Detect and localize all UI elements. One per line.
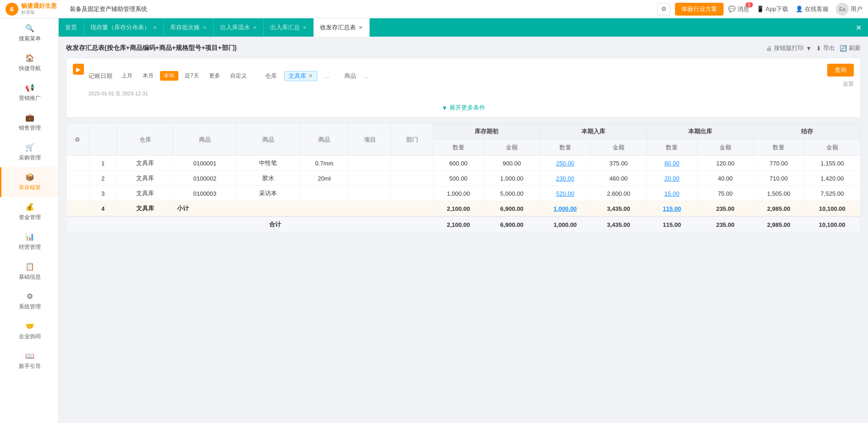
sidebar-item-purchase[interactable]: 🛒 采购管理	[0, 137, 58, 167]
sidebar-label-marketing: 营销推广	[19, 94, 41, 102]
date-btn-this-year[interactable]: 本年	[160, 71, 178, 81]
experience-button[interactable]: 体验行业方案	[675, 3, 724, 16]
online-service-button[interactable]: 👤 在线客服	[796, 5, 829, 13]
sidebar-item-collab[interactable]: 🤝 企业协同	[0, 316, 58, 346]
sidebar-item-system[interactable]: ⚙ 系统管理	[0, 286, 58, 316]
sidebar-label-sales: 销售管理	[19, 124, 41, 132]
setting-link[interactable]: 设置	[843, 80, 854, 88]
row2-balance-amt: 1,420.00	[804, 171, 860, 186]
tab-home[interactable]: 首页	[59, 18, 84, 37]
row2-project	[349, 171, 391, 186]
footer-opening-qty: 2,100.00	[433, 216, 484, 232]
date-btn-custom[interactable]: 自定义	[227, 71, 250, 81]
footer-out-amt: 235.00	[697, 216, 754, 232]
sidebar-item-quick-nav[interactable]: 🏠 快捷导航	[0, 48, 58, 78]
sidebar-item-search[interactable]: 🔍 搜索菜单	[0, 18, 58, 48]
tab-inout-summary-close[interactable]: ✕	[303, 25, 307, 31]
settings-button[interactable]: ⚙	[658, 3, 670, 16]
table-row: 1 文具库 0100001 中性笔 0.7mm 600.00 900.00 25…	[66, 156, 860, 171]
row2-dept	[391, 171, 433, 186]
sidebar-item-operations[interactable]: 📊 经营管理	[0, 227, 58, 257]
app-download-button[interactable]: 📱 App下载	[757, 5, 788, 13]
user-button[interactable]: Ea 用户	[836, 3, 862, 16]
sidebar-item-guide[interactable]: 📖 新手引导	[0, 346, 58, 376]
filter-toggle-button[interactable]: ▶	[73, 64, 84, 75]
row1-out-qty[interactable]: 80.00	[647, 156, 697, 171]
subtotal-opening-amt: 6,900.00	[484, 201, 540, 217]
subtotal-in-qty[interactable]: 1,000.00	[540, 201, 590, 217]
row1-project	[349, 156, 391, 171]
row3-code: 0100003	[173, 186, 237, 201]
row3-out-amt: 75.00	[697, 186, 754, 201]
date-range-display: 2023-01-01 至 2023-12-31	[88, 91, 148, 96]
row3-spec	[300, 186, 349, 201]
subtotal-opening-qty: 2,100.00	[433, 201, 484, 217]
expand-label: 展开更多条件	[449, 104, 485, 112]
tab-inout-summary[interactable]: 出入库汇总 ✕	[264, 18, 314, 37]
export-button[interactable]: ⬇ 导出	[816, 44, 835, 52]
system-title: 装备及固定资产辅助管理系统	[70, 5, 653, 13]
row3-warehouse: 文具库	[117, 186, 173, 201]
guide-icon: 📖	[25, 352, 34, 360]
row1-balance-amt: 1,155.00	[804, 156, 860, 171]
row2-in-qty[interactable]: 230.00	[540, 171, 590, 186]
row3-in-qty[interactable]: 520.00	[540, 186, 590, 201]
row2-out-qty[interactable]: 20.00	[647, 171, 697, 186]
tab-recv-send-summary[interactable]: 收发存汇总表 ✕	[314, 18, 370, 37]
warehouse-tag-remove[interactable]: ✕	[308, 72, 313, 79]
user-avatar: Ea	[836, 3, 849, 16]
subtotal-check	[66, 201, 89, 217]
th-balance-amt: 金额	[804, 140, 860, 156]
row1-in-qty[interactable]: 250.00	[540, 156, 590, 171]
sidebar-item-finance[interactable]: 💰 资金管理	[0, 197, 58, 227]
th-name: 商品	[237, 124, 300, 156]
row3-out-qty[interactable]: 15.00	[647, 186, 697, 201]
row3-dept	[391, 186, 433, 201]
row3-check	[66, 186, 89, 201]
tab-batch-account-close[interactable]: ✕	[203, 25, 207, 31]
row2-warehouse: 文具库	[117, 171, 173, 186]
logo-text: 畅捷通好生意	[21, 2, 57, 10]
collab-icon: 🤝	[25, 322, 34, 330]
row1-in-amt: 375.00	[591, 156, 647, 171]
date-btn-this-month[interactable]: 本月	[139, 71, 157, 81]
expand-conditions-button[interactable]: ▼ 展开更多条件	[442, 104, 485, 112]
tab-bar-close-button[interactable]: ✕	[849, 23, 868, 32]
table-settings-icon[interactable]: ⚙	[75, 136, 80, 143]
th-opening-group: 库存期初	[433, 124, 540, 140]
sidebar-label-system: 系统管理	[19, 303, 41, 311]
date-btn-last-month[interactable]: 上月	[118, 71, 136, 81]
row3-num: 3	[89, 186, 117, 201]
print-label: 按钮版打印	[774, 44, 804, 52]
sidebar-item-sales[interactable]: 💼 销售管理	[0, 108, 58, 137]
refresh-icon: 🔄	[840, 45, 847, 52]
subtotal-label: 小计	[173, 201, 433, 217]
sidebar-item-marketing[interactable]: 📢 营销推广	[0, 78, 58, 108]
tab-inout-flow[interactable]: 出入库流水 ✕	[214, 18, 264, 37]
tab-inventory-dist[interactable]: 现存量（库存分布表） ✕	[84, 18, 164, 37]
th-warehouse: 仓库	[117, 124, 173, 156]
print-button[interactable]: 🖨 按钮版打印 ▼	[766, 44, 812, 52]
row1-name: 中性笔	[237, 156, 300, 171]
tab-batch-account[interactable]: 库存批次账 ✕	[164, 18, 214, 37]
query-button[interactable]: 查询	[827, 64, 854, 77]
inventory-icon: 📦	[25, 173, 34, 181]
row3-in-amt: 2,600.00	[591, 186, 647, 201]
th-dept: 部门	[391, 124, 433, 156]
warehouse-filter-dots[interactable]: ...	[325, 72, 330, 79]
tab-inout-flow-close[interactable]: ✕	[253, 25, 257, 31]
product-filter-dots[interactable]: ...	[364, 72, 369, 79]
top-header: 6 畅捷通好生意 标准版 装备及固定资产辅助管理系统 ⚙ 体验行业方案 💬 消息…	[0, 0, 868, 18]
tab-inventory-dist-close[interactable]: ✕	[153, 25, 157, 31]
subtotal-out-qty[interactable]: 115.00	[647, 201, 697, 217]
date-btn-more[interactable]: 更多	[205, 71, 224, 81]
footer-out-qty: 115.00	[647, 216, 697, 232]
refresh-button[interactable]: 🔄 刷新	[840, 44, 861, 52]
tab-recv-send-summary-close[interactable]: ✕	[359, 25, 363, 31]
sidebar-item-inventory[interactable]: 📦 库存核算	[0, 167, 58, 197]
th-num	[89, 124, 117, 156]
th-project: 项目	[349, 124, 391, 156]
sidebar-item-base-info[interactable]: 📋 基础信息	[0, 257, 58, 286]
message-button[interactable]: 💬 消息 6	[728, 5, 749, 13]
date-btn-7days[interactable]: 近7天	[181, 71, 203, 81]
